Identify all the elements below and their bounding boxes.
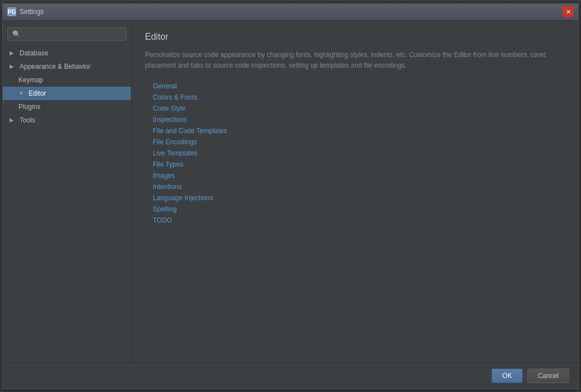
arrow-icon: ▶ [10,63,16,69]
sidebar-item-database[interactable]: ▶ Database [3,46,131,60]
arrow-icon: ▼ [18,90,25,96]
link-file-encodings[interactable]: File Encodings [153,138,565,146]
titlebar: PG Settings ✕ [3,4,578,21]
link-general[interactable]: General [153,82,565,90]
link-inspections[interactable]: Inspections [153,116,565,124]
footer: OK Cancel [3,362,578,389]
section-title: Editor [145,32,565,42]
link-file-code-templates[interactable]: File and Code Templates [153,127,565,135]
sidebar: 🔍 ▶ Database ▶ Appearance & Behavior Key… [3,21,132,362]
link-file-types[interactable]: File Types [153,160,565,168]
search-icon: 🔍 [12,30,21,38]
main-panel: Editor Personalize source code appearanc… [132,21,578,362]
link-colors-fonts[interactable]: Colors & Fonts [153,93,565,101]
link-spelling[interactable]: Spelling [153,205,565,213]
link-intentions[interactable]: Intentions [153,183,565,191]
sidebar-item-appearance[interactable]: ▶ Appearance & Behavior [3,60,131,73]
settings-window: PG Settings ✕ 🔍 ▶ Database ▶ Appearance … [2,3,579,389]
link-todo[interactable]: TODO [153,216,565,224]
sub-links-list: GeneralColors & FontsCode StyleInspectio… [145,82,565,224]
app-icon: PG [7,7,16,16]
sidebar-item-plugins[interactable]: Plugins [3,100,131,114]
search-box[interactable]: 🔍 [7,27,126,41]
arrow-icon: ▶ [10,117,16,123]
section-description: Personalize source code appearance by ch… [145,50,559,71]
link-live-templates[interactable]: Live Templates [153,149,565,157]
sidebar-item-editor[interactable]: ▼ Editor [3,87,131,100]
ok-button[interactable]: OK [491,369,522,383]
window-title: Settings [20,8,563,16]
link-language-injections[interactable]: Language Injections [153,194,565,202]
link-images[interactable]: Images [153,172,565,180]
close-button[interactable]: ✕ [563,6,574,17]
arrow-icon: ▶ [10,50,16,56]
sidebar-item-keymap[interactable]: Keymap [3,73,131,87]
content-area: 🔍 ▶ Database ▶ Appearance & Behavior Key… [3,21,578,362]
cancel-button[interactable]: Cancel [527,369,569,383]
sidebar-item-tools[interactable]: ▶ Tools [3,114,131,127]
search-input[interactable] [24,30,121,38]
link-code-style[interactable]: Code Style [153,105,565,112]
